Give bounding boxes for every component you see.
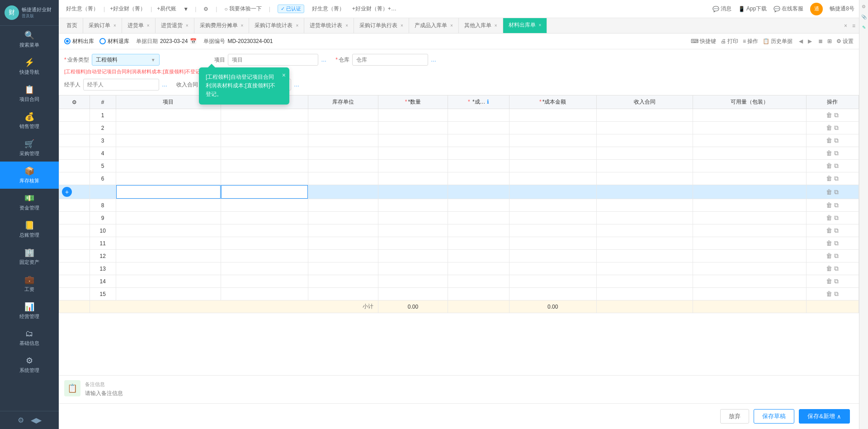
radio-material-return[interactable]: 材料退库 <box>99 38 129 45</box>
row-13-income-contract[interactable] <box>596 262 693 275</box>
row-10-cost-unit[interactable] <box>448 224 509 237</box>
row-11-cost-unit[interactable] <box>448 237 509 250</box>
history-docs-btn[interactable]: 📋 历史单据 <box>763 38 793 45</box>
row-12-cost-unit[interactable] <box>448 250 509 262</box>
nav-dropdown-btn[interactable]: ▼ <box>181 5 190 13</box>
row-8-material-code[interactable] <box>221 199 308 212</box>
tooltip-close-btn[interactable]: × <box>282 70 286 80</box>
row-15-cost-unit[interactable] <box>448 288 509 300</box>
row-7-delete-btn[interactable]: 🗑 <box>826 188 832 196</box>
nav-add-more[interactable]: +好业财（菁）+… <box>349 4 399 14</box>
row-4-quantity[interactable] <box>378 147 448 160</box>
business-type-select[interactable]: 工程领料 ▼ <box>92 54 160 66</box>
sidebar-item-inventory[interactable]: 📦 库存核算 <box>0 162 59 189</box>
add-row-btn[interactable]: + <box>62 187 72 197</box>
row-4-warehouse-unit[interactable] <box>308 147 378 160</box>
row-2-copy-btn[interactable]: ⧉ <box>834 124 839 132</box>
row-12-copy-btn[interactable]: ⧉ <box>834 252 839 260</box>
row-12-available[interactable] <box>693 250 806 262</box>
row-15-available[interactable] <box>693 288 806 300</box>
tab-purchase-order[interactable]: 采购订单 × <box>83 18 122 33</box>
view-list-btn[interactable]: ≣ <box>818 38 823 44</box>
tab-close-incoming-stats[interactable]: × <box>345 23 348 28</box>
sidebar-item-purchase[interactable]: 🛒 采购管理 <box>0 134 59 162</box>
sidebar-item-operation[interactable]: 📊 经营管理 <box>0 297 59 324</box>
row-5-income-contract[interactable] <box>596 160 693 172</box>
project-search-btn[interactable]: … <box>321 57 326 63</box>
settings-gear-icon[interactable]: ⚙ <box>18 416 24 424</box>
row-14-cost-unit[interactable] <box>448 275 509 288</box>
row-10-cost-amount[interactable] <box>509 224 596 237</box>
row-2-material-code[interactable] <box>221 122 308 134</box>
radio-material-out[interactable]: 材料出库 <box>64 38 94 45</box>
save-new-button[interactable]: 保存&新增 ∧ <box>799 409 850 424</box>
row-10-delete-btn[interactable]: 🗑 <box>826 227 832 234</box>
row-11-warehouse-unit[interactable] <box>308 237 378 250</box>
row-6-project[interactable] <box>116 172 221 185</box>
sidebar-item-search[interactable]: 🔍 搜索菜单 <box>0 26 59 53</box>
sidebar-item-finance[interactable]: 💵 资金管理 <box>0 189 59 216</box>
row-15-warehouse-unit[interactable] <box>308 288 378 300</box>
row-15-income-contract[interactable] <box>596 288 693 300</box>
row-10-warehouse-unit[interactable] <box>308 224 378 237</box>
row-5-project[interactable] <box>116 160 221 172</box>
row-8-delete-btn[interactable]: 🗑 <box>826 201 832 209</box>
row-14-warehouse-unit[interactable] <box>308 275 378 288</box>
row-11-project[interactable] <box>116 237 221 250</box>
row-7-project[interactable] <box>116 185 221 199</box>
sidebar-item-basic-info[interactable]: 🗂 基础信息 <box>0 324 59 351</box>
row-2-delete-btn[interactable]: 🗑 <box>826 124 832 132</box>
row-11-material-code[interactable] <box>221 237 308 250</box>
tab-home[interactable]: 首页 <box>61 18 83 33</box>
row-2-warehouse-unit[interactable] <box>308 122 378 134</box>
row-2-cost-amount[interactable] <box>509 122 596 134</box>
sidebar-item-quick-nav[interactable]: ⚡ 快捷导航 <box>0 53 59 80</box>
row-1-warehouse-unit[interactable] <box>308 109 378 122</box>
row-5-warehouse-unit[interactable] <box>308 160 378 172</box>
tab-purchase-order-stats[interactable]: 采购订单统计表 × <box>249 18 304 33</box>
row-11-delete-btn[interactable]: 🗑 <box>826 239 832 247</box>
row-3-warehouse-unit[interactable] <box>308 134 378 147</box>
row-11-copy-btn[interactable]: ⧉ <box>834 239 839 247</box>
row-14-project[interactable] <box>116 275 221 288</box>
sidebar-item-system[interactable]: ⚙ 系统管理 <box>0 351 59 378</box>
row-12-delete-btn[interactable]: 🗑 <box>826 252 832 260</box>
row-11-available[interactable] <box>693 237 806 250</box>
row-15-delete-btn[interactable]: 🗑 <box>826 290 832 298</box>
row-7-quantity[interactable] <box>378 185 448 199</box>
sidebar-item-fixed-assets[interactable]: 🏢 固定资产 <box>0 243 59 270</box>
row-15-project[interactable] <box>116 288 221 300</box>
row-3-cost-unit[interactable] <box>448 134 509 147</box>
row-9-material-code[interactable] <box>221 212 308 224</box>
row-13-delete-btn[interactable]: 🗑 <box>826 265 832 272</box>
row-9-project[interactable] <box>116 212 221 224</box>
nav-good-business-2[interactable]: 好生意（菁） <box>309 4 347 14</box>
row-10-copy-btn[interactable]: ⧉ <box>834 227 839 234</box>
tab-incoming-stats[interactable]: 进货单统计表 × <box>304 18 354 33</box>
row-2-quantity[interactable] <box>378 122 448 134</box>
row-11-cost-amount[interactable] <box>509 237 596 250</box>
row-9-available[interactable] <box>693 212 806 224</box>
row-4-income-contract[interactable] <box>596 147 693 160</box>
sidebar-item-project-contract[interactable]: 📋 项目合同 <box>0 80 59 107</box>
view-detail-btn[interactable]: ⊞ <box>827 38 832 44</box>
row-10-income-contract[interactable] <box>596 224 693 237</box>
tab-close-purchase-order-stats[interactable]: × <box>296 23 298 28</box>
row-1-quantity[interactable] <box>378 109 448 122</box>
nav-settings-btn[interactable]: ⚙ <box>201 5 211 14</box>
row-3-quantity[interactable] <box>378 134 448 147</box>
nav-add-easy[interactable]: +易代账 <box>154 4 179 14</box>
row-12-quantity[interactable] <box>378 250 448 262</box>
row-13-cost-unit[interactable] <box>448 262 509 275</box>
tab-purchase-fee[interactable]: 采购费用分摊单 × <box>194 18 250 33</box>
row-3-project[interactable] <box>116 134 221 147</box>
row-1-delete-btn[interactable]: 🗑 <box>826 111 832 119</box>
sidebar-item-sales[interactable]: 💰 销售管理 <box>0 107 59 134</box>
row-1-cost-unit[interactable] <box>448 109 509 122</box>
row-7-cost-amount[interactable] <box>509 185 596 199</box>
row-8-copy-btn[interactable]: ⧉ <box>834 201 839 209</box>
row-7-income-contract[interactable] <box>596 185 693 199</box>
income-contract-search-btn[interactable]: … <box>294 81 299 88</box>
tab-close-purchase-fee[interactable]: × <box>241 23 244 28</box>
online-service-btn[interactable]: 💬 在线客服 <box>774 5 803 13</box>
